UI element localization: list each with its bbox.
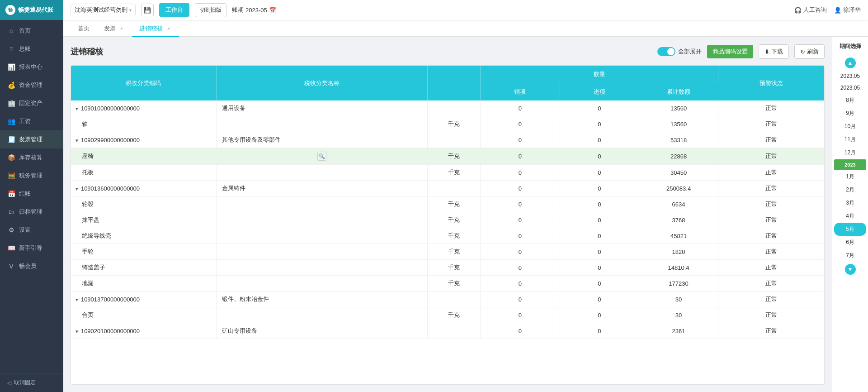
toggle-thumb <box>667 48 675 55</box>
period-list: 2023.052023.058月9月10月11月12月20231月2月3月4月5… <box>834 70 866 262</box>
tab-invoice-close-icon[interactable]: × <box>118 25 125 32</box>
cell-purchase: 0 <box>560 116 639 132</box>
service-icon: 🎧 <box>794 7 802 14</box>
cell-purchase: 0 <box>560 196 639 212</box>
cell-unit: 千克 <box>428 212 481 228</box>
cell-warning: 正常 <box>718 132 824 148</box>
data-table-wrapper: 税收分类编码 税收分类名称 数量 预警状态 销项 进项 累计数额 <box>71 65 825 385</box>
service-button[interactable]: 🎧 人工咨询 <box>794 6 827 14</box>
period-item[interactable]: 6月 <box>834 236 866 249</box>
cell-sales: 0 <box>481 132 560 148</box>
cell-sales: 0 <box>481 181 560 196</box>
col-header-warning: 预警状态 <box>718 66 824 100</box>
switch-version-button[interactable]: 切到旧版 <box>195 3 226 17</box>
cell-name: 通用设备 <box>216 100 428 116</box>
cell-unit: 千克 <box>428 260 481 276</box>
expand-icon[interactable]: ▼ <box>75 297 79 302</box>
tab-invoice[interactable]: 发票 × <box>97 21 132 37</box>
sidebar-item-payroll[interactable]: 👥 工资 <box>0 112 63 130</box>
cell-sales: 0 <box>481 212 560 228</box>
cell-name: 锻件、粉末冶金件 <box>216 292 428 307</box>
invoice-icon: 🧾 <box>7 136 15 143</box>
sidebar-item-closing[interactable]: 📅 结账 <box>0 185 63 203</box>
cell-total: 30 <box>639 292 718 307</box>
cell-purchase: 0 <box>560 276 639 292</box>
tab-home[interactable]: 首页 <box>71 21 97 37</box>
cell-unit: 千克 <box>428 165 481 181</box>
table-row: 铸造盖子 千克 0 0 14810.4 正常 <box>71 260 824 276</box>
company-selector[interactable]: 沈海英测试经营勿删 ▾ <box>71 4 136 16</box>
save-button[interactable]: 💾 <box>141 4 154 16</box>
panel-scroll-up-btn[interactable]: ▲ <box>845 57 856 68</box>
sidebar-item-guide-label: 新手引导 <box>19 244 42 252</box>
cell-sales: 0 <box>481 165 560 181</box>
expand-icon[interactable]: ▼ <box>75 186 79 191</box>
expand-all-label: 全部展开 <box>678 48 702 56</box>
cell-unit: 千克 <box>428 148 481 165</box>
sidebar-item-finance[interactable]: 💰 资金管理 <box>0 76 63 94</box>
sidebar-item-archive[interactable]: 🗂 归档管理 <box>0 203 63 221</box>
sidebar-item-settings[interactable]: ⚙ 设置 <box>0 221 63 239</box>
expand-icon[interactable]: ▼ <box>75 138 79 143</box>
tab-invoice-label: 发票 <box>104 24 116 33</box>
period-item[interactable]: 2月 <box>834 183 866 196</box>
search-icon[interactable]: 🔍 <box>317 152 326 161</box>
download-icon: ⬇ <box>764 48 769 55</box>
col-header-tax-code: 税收分类编码 <box>71 66 216 100</box>
sidebar-item-tax-label: 税务管理 <box>19 172 42 180</box>
sidebar-item-finance-label: 资金管理 <box>19 81 42 89</box>
cell-total: 45821 <box>639 228 718 244</box>
col-header-sales: 销项 <box>481 83 560 101</box>
period-value: 2023-05 <box>245 7 267 14</box>
workbench-button[interactable]: 工作台 <box>159 3 189 17</box>
period-item[interactable]: 7月 <box>834 249 866 262</box>
expand-icon[interactable]: ▼ <box>75 329 79 334</box>
period-item[interactable]: 8月 <box>834 94 866 107</box>
sidebar-item-ledger[interactable]: ≡ 总账 <box>0 40 63 58</box>
sidebar-item-guide[interactable]: 📖 新手引导 <box>0 239 63 257</box>
toggle-track[interactable] <box>657 47 675 56</box>
period-item[interactable]: 10月 <box>834 120 866 133</box>
period-item[interactable]: 9月 <box>834 107 866 120</box>
cell-unit <box>428 181 481 196</box>
table-row: ▼109020100000000000 矿山专用设备 0 0 2361 正常 <box>71 323 824 339</box>
sidebar-item-tax[interactable]: 🧮 税务管理 <box>0 167 63 185</box>
page-title: 进销稽核 <box>71 46 103 57</box>
refresh-icon: ↻ <box>800 48 805 55</box>
sidebar-item-vip[interactable]: V 畅会员 <box>0 257 63 275</box>
download-btn[interactable]: ⬇ 下载 <box>759 44 789 59</box>
cell-name <box>216 260 428 276</box>
cell-sales: 0 <box>481 307 560 323</box>
user-profile-button[interactable]: 👤 徐泽华 <box>834 6 861 14</box>
period-item[interactable]: 5月 <box>834 223 866 236</box>
period-item[interactable]: 12月 <box>834 146 866 159</box>
cell-unit: 千克 <box>428 196 481 212</box>
period-item[interactable]: 1月 <box>834 170 866 183</box>
sidebar-item-invoice[interactable]: 🧾 发票管理 <box>0 130 63 148</box>
refresh-btn[interactable]: ↻ 刷新 <box>794 44 825 59</box>
cell-warning: 正常 <box>718 212 824 228</box>
cell-purchase: 0 <box>560 148 639 165</box>
product-code-btn[interactable]: 商品编码设置 <box>707 45 753 58</box>
sidebar-item-home[interactable]: ⌂ 首页 <box>0 22 63 40</box>
period-item[interactable]: 11月 <box>834 133 866 146</box>
cell-warning: 正常 <box>718 165 824 181</box>
sidebar-item-report-label: 报表中心 <box>19 63 42 71</box>
expand-all-toggle[interactable]: 全部展开 <box>657 47 702 56</box>
period-item[interactable]: 2023 <box>834 159 866 170</box>
sidebar-item-inventory[interactable]: 📦 库存核算 <box>0 148 63 167</box>
tab-reconciliation-close-icon[interactable]: × <box>165 25 172 32</box>
period-item[interactable]: 2023.05 <box>834 82 866 94</box>
expand-icon[interactable]: ▼ <box>75 106 79 111</box>
period-item[interactable]: 3月 <box>834 196 866 210</box>
sidebar-unfix-label: 取消固定 <box>14 379 36 387</box>
tab-reconciliation[interactable]: 进销稽核 × <box>132 21 179 37</box>
sidebar-unfix-btn[interactable]: ◁ 取消固定 <box>0 373 63 392</box>
period-item[interactable]: 4月 <box>834 210 866 223</box>
page-title-bar: 进销稽核 全部展开 商品编码设置 ⬇ 下载 ↻ 刷 <box>71 44 825 59</box>
period-item[interactable]: 2023.05 <box>834 70 866 82</box>
reconciliation-table: 税收分类编码 税收分类名称 数量 预警状态 销项 进项 累计数额 <box>71 66 824 339</box>
sidebar-item-assets[interactable]: 🏢 固定资产 <box>0 94 63 112</box>
sidebar-item-report[interactable]: 📊 报表中心 <box>0 58 63 76</box>
panel-scroll-down-btn[interactable]: ▼ <box>845 264 856 275</box>
